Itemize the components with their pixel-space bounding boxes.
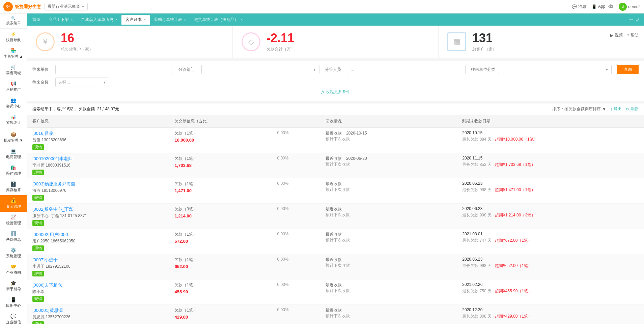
sidebar-item-inventory[interactable]: 🗄️ 库存核算 [0,179,27,195]
unit-category-select[interactable]: ▼ [498,65,612,74]
debt-amount-3: 1,214.00 [174,213,266,218]
video-btn[interactable]: ▶ 视频 [610,32,623,38]
sidebar-item-retail-stats[interactable]: 📊 零售统计 [0,111,27,128]
next-payment-0: 预计下次收款 [326,136,428,142]
cell-debt-4: 欠款（1笔） 672.00 [169,229,272,254]
customer-link-5[interactable]: [0007]小进干 [32,257,58,262]
retail-stats-label: 零售统计 [6,120,21,125]
message-btn[interactable]: 💬 消息 [572,4,586,9]
next-payment-2: 预计下次收款 [326,187,428,193]
sidebar-item-retail-store[interactable]: 🛒 零售商城 [0,62,27,78]
cell-due-date-2: 2020.06.23 最长欠款 998 天 超期¥1,471.00（1笔） [457,178,644,204]
user-menu[interactable]: d demo2 [619,3,641,11]
next-payment-7: 预计下次收款 [326,313,428,319]
tab-product-offline[interactable]: 商品上下架 × [45,15,77,25]
department-select[interactable]: ▼ [201,65,319,74]
stat-label-2: 欠款合计（万） [267,47,430,52]
customer-link-1[interactable]: [0001020001]李老师 [32,156,73,161]
app-download-btn[interactable]: 📱 App下载 [592,4,613,9]
tab-customer-account[interactable]: 客户账本 × [121,15,150,25]
sidebar-item-wholesale-mgmt[interactable]: 📦 批发管理 ▼ [0,129,27,146]
overdue-amount-7[interactable]: 超期¥429.00（1笔） [495,314,532,319]
percent-6: 0.00% [277,282,288,287]
from-unit-input[interactable]: ... [55,65,173,74]
overdue-amount-4[interactable]: 超期¥672.00（1笔） [495,238,532,243]
help-btn[interactable]: ? 帮助 [627,32,639,38]
sidebar-item-new-guide[interactable]: 🎓 新手引导 [0,278,27,294]
cell-recovery-detail-5 [433,254,457,279]
tab-maximize-btn[interactable]: ⤢ [636,17,640,23]
recent-payment-7: 最近收款 [326,307,428,313]
store-selector[interactable]: 母婴行业演示账套 ▼ [45,3,88,10]
customer-link-7[interactable]: [000001]黄思源 [32,308,63,313]
sidebar-item-system-mgmt[interactable]: ⚙️ 系统管理 [0,245,27,261]
overdue-amount-5[interactable]: 超期¥652.00（1笔） [495,263,532,268]
debt-amount-4: 672.00 [174,239,266,244]
cell-percent-7: 0.00% [272,305,320,324]
tab-product-history-label: 产成品入库单历史 [81,17,113,23]
stats-row: ¥ 16 总欠款客户（家） ◇ -2.11 欠款合计（万） [27,26,644,58]
cell-debt-3: 欠款（3笔） 1,214.00 [169,204,272,229]
tab-product-history-close[interactable]: × [115,18,117,22]
sidebar-item-purchase-mgmt[interactable]: 🛍️ 采购管理 [0,162,27,179]
table-row: [0006]去下粮仓 陈小希 现销 欠款（1笔） 455.90 0.00% 最近… [27,279,644,305]
balance-select[interactable]: 选择... ▼ [55,78,109,87]
sidebar-item-retail-mgmt[interactable]: 🏪 零售管理 ▲ [0,45,27,62]
stat-info-2: -2.11 欠款合计（万） [267,31,430,52]
sidebar-item-enterprise-wechat[interactable]: 💬 企业微信 [0,311,27,324]
customer-link-0[interactable]: [0016]吕俊 [32,131,53,136]
customer-tag-5: 现销 [32,271,44,276]
tab-purchase-stat-close[interactable]: × [241,18,243,22]
sidebar-item-search[interactable]: 🔍 搜索菜单 [0,13,27,29]
tab-purchase-stat[interactable]: 进货单统计表（按商品） × [190,15,247,25]
customer-link-2[interactable]: [0003]畅捷服务尹海燕 [32,181,75,186]
search-button[interactable]: 查询 [617,65,639,74]
customer-link-4[interactable]: [000002]用户2050 [32,232,68,237]
tab-product-offline-close[interactable]: × [71,18,73,22]
cell-due-date-1: 2020.11.15 最长欠款 853 天 超期¥1,703.68（1笔） [457,153,644,178]
from-unit-placeholder: ... [58,67,62,72]
stat-card-1: ¥ 16 总欠款客户（家） [27,26,233,58]
sidebar-item-member-center[interactable]: 👥 会员中心 [0,95,27,111]
debt-amount-2: 1,471.00 [174,188,266,193]
tab-minimize-btn[interactable]: ─ [629,17,633,23]
sort-select[interactable]: 排序：按欠款金额倒序排序 ▼ [552,106,606,112]
manager-input[interactable]: ... [348,65,466,74]
tab-purchase-order-close[interactable]: × [184,18,186,22]
tab-home[interactable]: 首页 [28,15,45,25]
ecom-mgmt-label: 电商管理 [6,154,21,159]
cell-debt-5: 欠款（1笔） 652.00 [169,254,272,279]
tab-customer-account-close[interactable]: × [144,18,146,22]
customer-phone-4: 用户2050 18665062050 [32,238,164,244]
sort-label: 排序：按欠款金额倒序排序 [552,106,601,112]
tab-bar: 首页 商品上下架 × 产成品入库单历史 × 客户账本 × 采购订单统计表 × [27,13,644,26]
overdue-amount-2[interactable]: 超期¥1,471.00（1笔） [495,187,535,192]
sidebar-item-app-center[interactable]: 📱 应用中心 [0,294,27,311]
overdue-amount-0[interactable]: 超期¥10,000.00（1笔） [495,137,538,142]
overdue-amount-3[interactable]: 超期¥1,214.00（3笔） [495,213,535,217]
export-btn[interactable]: ↑ 导出 [610,106,622,112]
sidebar-item-capital-mgmt[interactable]: 💰 资金管理 [0,195,27,212]
customer-link-6[interactable]: [0006]去下粮仓 [32,283,62,288]
sidebar-item-basic-info[interactable]: ℹ️ 基础信息 [0,228,27,245]
sidebar-item-ecom-mgmt[interactable]: 💻 电商管理 [0,146,27,162]
collapse-btn[interactable]: ⋀ 收起更多条件 [34,89,637,95]
overdue-date-2: 2020.06.23 [462,181,639,186]
debt-amount-7: 429.00 [174,315,266,320]
overdue-amount-1[interactable]: 超期¥1,703.68（1笔） [495,162,535,167]
next-payment-4: 预计下次收款 [326,237,428,243]
sidebar-item-quick-nav[interactable]: ⚡ 快捷导航 [0,29,27,45]
customer-link-3[interactable]: [0002]服务中心_丁磊 [32,207,73,212]
customer-tag-0: 现销 [32,144,44,150]
sidebar-item-ops-mgmt[interactable]: 📈 经营管理 [0,212,27,228]
sidebar-item-enterprise-collab[interactable]: 🤝 企业协同 [0,261,27,278]
refresh-btn[interactable]: ↺ 刷新 [626,106,639,112]
overdue-amount-6[interactable]: 超期¥455.90（1笔） [495,289,532,293]
cell-recovery-detail-7 [433,305,457,324]
sidebar-item-marketing[interactable]: 📢 营销推广 [0,78,27,95]
refresh-label: 刷新 [631,106,639,112]
tab-product-history[interactable]: 产成品入库单历史 × [77,15,121,25]
debt-count-1: 欠款（1笔） [174,156,266,161]
table-row: [000001]黄思源 黄思源 13552700226 现销 欠款（1笔） 42… [27,305,644,324]
tab-purchase-order[interactable]: 采购订单统计表 × [150,15,190,25]
